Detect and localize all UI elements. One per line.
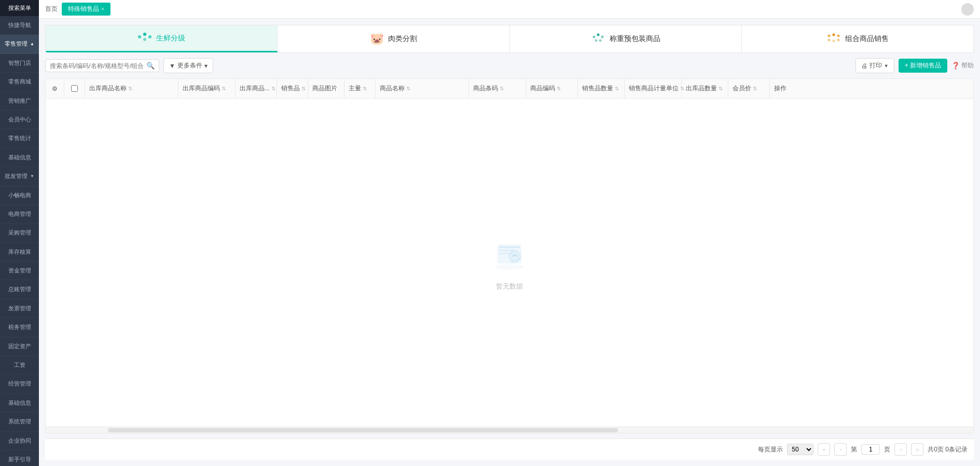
table-empty-state: 暂无数据	[46, 99, 973, 427]
sort-icon[interactable]: ⇅	[301, 86, 306, 91]
sidebar-item-sys-mgmt[interactable]: 系统管理	[0, 413, 39, 431]
help-button[interactable]: ❓ 帮助	[951, 61, 974, 70]
select-all-checkbox[interactable]	[71, 85, 78, 92]
sort-icon[interactable]: ⇅	[719, 86, 723, 91]
sidebar-item-basic-info2[interactable]: 基础信息	[0, 394, 39, 413]
page-number-input[interactable]	[861, 444, 880, 455]
sort-icon[interactable]: ⇅	[753, 86, 757, 91]
prev-page-icon: ‹	[839, 446, 841, 453]
sort-icon[interactable]: ⇅	[500, 86, 504, 91]
chevron-icon: ▼	[30, 173, 34, 179]
sidebar-item-salary[interactable]: 工资	[0, 356, 39, 375]
per-page-label: 每页显示	[758, 445, 783, 454]
sidebar-item-retail-mall[interactable]: 零售商城	[0, 73, 39, 91]
per-page-select[interactable]: 50 10 20 100	[787, 444, 813, 455]
th-settings[interactable]: ⚙	[46, 79, 64, 98]
sort-icon[interactable]: ⇅	[615, 86, 619, 91]
sidebar-item-label: 批发管理	[5, 172, 27, 180]
tab-fresh-grade[interactable]: 生鲜分级	[46, 25, 278, 52]
sidebar-item-smart-store[interactable]: 智慧门店	[0, 54, 39, 73]
topbar-current-tab[interactable]: 特殊销售品 ×	[62, 3, 111, 16]
first-page-button[interactable]: «	[818, 443, 830, 456]
chevron-icon: ▲	[30, 41, 34, 47]
sidebar-item-new-guide[interactable]: 新手引导	[0, 450, 39, 466]
new-item-button[interactable]: + 新增销售品	[899, 59, 947, 73]
close-tab-icon[interactable]: ×	[101, 6, 104, 12]
svg-point-4	[592, 35, 595, 38]
sidebar-item-wholesale-mgmt[interactable]: 批发管理 ▼	[0, 167, 39, 186]
last-page-button[interactable]: »	[911, 443, 923, 456]
svg-point-5	[597, 33, 599, 36]
user-avatar	[961, 3, 974, 16]
sidebar-item-invoice-mgmt[interactable]: 发票管理	[0, 299, 39, 318]
sidebar-item-label: 基础信息	[8, 154, 31, 161]
sidebar-item-retail-stats[interactable]: 零售统计	[0, 129, 39, 148]
sidebar-item-mini-ecom[interactable]: 小畅电商	[0, 186, 39, 205]
sidebar-logo-text: 搜索菜单	[8, 4, 31, 12]
svg-point-15	[495, 264, 523, 270]
th-outlet-qty-label: 出库品数量	[686, 84, 717, 93]
sidebar-item-label: 基础信息	[8, 399, 31, 407]
sidebar-item-member-center[interactable]: 会员中心	[0, 111, 39, 129]
sidebar-item-sales-promo[interactable]: 营销推广	[0, 92, 39, 111]
sidebar-item-basic-info[interactable]: 基础信息	[0, 148, 39, 167]
sidebar-item-label: 发票管理	[8, 305, 31, 312]
filter-label: 更多条件	[177, 61, 202, 70]
sidebar-item-fixed-assets[interactable]: 固定资产	[0, 337, 39, 356]
sidebar-item-retail-mgmt[interactable]: 零售管理 ▲	[0, 35, 39, 53]
settings-col-icon: ⚙	[52, 85, 58, 92]
sort-icon[interactable]: ⇅	[557, 86, 561, 91]
topbar-right	[961, 3, 974, 16]
sidebar-item-capital-mgmt[interactable]: 资金管理	[0, 262, 39, 280]
sidebar-item-quick-nav[interactable]: 快捷导航	[0, 16, 39, 35]
tab-combo[interactable]: 组合商品销售	[742, 25, 973, 52]
sidebar-logo[interactable]: 搜索菜单	[0, 0, 39, 16]
sidebar-item-general-ledger[interactable]: 总账管理	[0, 280, 39, 299]
sidebar-item-label: 电商管理	[8, 210, 31, 218]
next-page-button[interactable]: ›	[894, 443, 907, 456]
tab-meat-cut[interactable]: 🐷 肉类分割	[278, 25, 509, 52]
sidebar-item-label: 库存核算	[8, 248, 31, 256]
sort-icon[interactable]: ⇅	[271, 86, 275, 91]
th-outlet-spec: 出库商品... ⇅	[236, 79, 277, 98]
tab-weight-pack[interactable]: 称重预包装商品	[510, 25, 742, 52]
sidebar-item-label: 税务管理	[8, 323, 31, 331]
next-page-icon: ›	[900, 446, 902, 453]
print-label: 打印	[869, 61, 882, 70]
search-box[interactable]: 🔍	[45, 59, 159, 72]
sidebar-item-ecom-mgmt[interactable]: 电商管理	[0, 205, 39, 224]
search-input[interactable]	[50, 62, 144, 70]
sort-icon[interactable]: ⇅	[128, 86, 132, 91]
sidebar-item-tax-mgmt[interactable]: 税务管理	[0, 318, 39, 337]
horizontal-scrollbar[interactable]	[46, 427, 973, 433]
sort-icon[interactable]: ⇅	[363, 86, 367, 91]
page-label: 第	[851, 445, 857, 454]
scale-icon	[591, 33, 605, 46]
th-checkbox[interactable]	[64, 79, 85, 98]
sidebar-item-label: 企业协同	[8, 437, 31, 445]
sidebar-item-label: 新手引导	[8, 456, 31, 463]
combo-icon	[826, 33, 841, 46]
sidebar-item-label: 营销推广	[8, 97, 31, 105]
sidebar-item-inventory[interactable]: 库存核算	[0, 243, 39, 262]
category-tabs: 生鲜分级 🐷 肉类分割 称重预包装商品	[45, 25, 974, 53]
pig-icon: 🐷	[370, 32, 384, 46]
sidebar-item-purchase-mgmt[interactable]: 采购管理	[0, 224, 39, 242]
sidebar-item-label: 零售商城	[8, 78, 31, 86]
first-page-icon: «	[822, 446, 825, 453]
svg-point-10	[832, 33, 835, 36]
prev-page-button[interactable]: ‹	[834, 443, 847, 456]
print-button[interactable]: 🖨 打印 ▼	[855, 58, 894, 73]
total-info: 共0页 0条记录	[928, 445, 968, 454]
sort-icon[interactable]: ⇅	[406, 86, 410, 91]
filter-button[interactable]: ▼ 更多条件 ▾	[163, 58, 213, 73]
sidebar-item-ops-mgmt[interactable]: 经营管理	[0, 375, 39, 393]
th-weight: 主量 ⇅	[344, 79, 376, 98]
sidebar-item-label: 会员中心	[8, 116, 31, 124]
sidebar-item-enterprise[interactable]: 企业协同	[0, 432, 39, 450]
sidebar-item-label: 零售管理	[5, 40, 27, 48]
topbar-home-link[interactable]: 首页	[45, 5, 58, 13]
svg-point-2	[143, 38, 146, 41]
sort-icon[interactable]: ⇅	[222, 86, 226, 91]
tab-weight-pack-label: 称重预包装商品	[610, 34, 660, 44]
